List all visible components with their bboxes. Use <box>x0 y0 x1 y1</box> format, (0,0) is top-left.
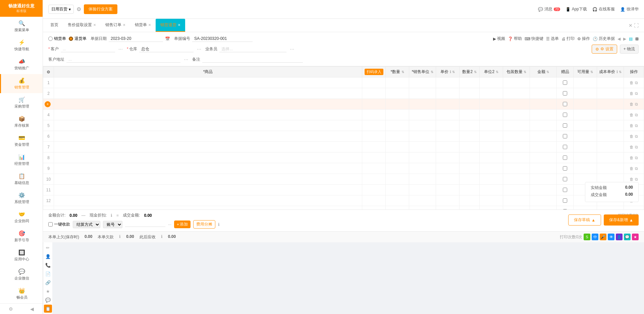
row-3-price[interactable] <box>436 99 460 110</box>
sidebar-item-newbie[interactable]: 🎯 新手引导 <box>0 227 43 246</box>
experience-button[interactable]: 体验行业方案 <box>84 4 117 14</box>
quickbar-phone-btn[interactable]: 📞 <box>44 261 52 269</box>
radio-sale-goods[interactable]: 销货单 <box>48 36 66 42</box>
nav-next-btn[interactable]: ▶ <box>623 37 626 41</box>
save-draft-btn[interactable]: 保存草稿 ▲ <box>568 214 601 226</box>
row-2-pkg[interactable] <box>503 88 530 99</box>
row-3-pkg[interactable] <box>503 99 530 110</box>
col-settings-icon[interactable]: ⚙ <box>47 70 50 74</box>
row-12-gift-cb[interactable] <box>563 198 567 203</box>
row-10-gift-cb[interactable] <box>563 177 567 181</box>
help-btn[interactable]: ❓ 帮助 <box>508 36 522 42</box>
row-6-gift-cb[interactable] <box>563 134 567 138</box>
sidebar-item-enterprise[interactable]: 🤝 企业协同 <box>0 208 43 227</box>
row-10-delete-btn[interactable]: 🗑 <box>630 177 634 182</box>
tab-sale-order-close[interactable]: ✕ <box>123 23 125 27</box>
row-1-pkg[interactable] <box>503 77 530 88</box>
quickbar-edit-btn[interactable]: ✏ <box>44 244 52 252</box>
industry-select[interactable]: 日用百货 ▾ <box>48 5 74 14</box>
logistics-btn[interactable]: + 物流 <box>620 45 639 54</box>
col-settings[interactable]: ⚙ <box>43 67 54 77</box>
row-1-qty2[interactable] <box>460 77 480 88</box>
row-1-price[interactable] <box>436 77 460 88</box>
price-info-icon[interactable]: ℹ <box>450 70 451 74</box>
row-11-gift-cb[interactable] <box>563 188 567 192</box>
row-3-cost[interactable] <box>597 99 624 110</box>
status-icon-chat[interactable]: 💬 <box>624 234 631 240</box>
row-7-gift-cb[interactable] <box>563 145 567 149</box>
staff-input[interactable] <box>219 46 286 52</box>
print-btn[interactable]: 🖨 打印 <box>561 36 575 42</box>
settings-config-btn[interactable]: ⚙ ⚙ 设置 <box>592 45 617 54</box>
row-1-cost[interactable] <box>597 77 624 88</box>
row-3-gift-cb[interactable] <box>563 102 567 106</box>
list-view-btn[interactable]: ▤ <box>629 37 633 41</box>
history-btn[interactable]: 🕐 历史单据 <box>593 36 615 42</box>
nav-prev-btn[interactable]: ◀ <box>618 37 621 41</box>
sidebar-item-finance[interactable]: 💳 资金管理 <box>0 131 43 150</box>
row-10-copy-btn[interactable]: ⧉ <box>635 177 638 182</box>
row-7-delete-btn[interactable]: 🗑 <box>630 145 634 149</box>
number-input[interactable] <box>192 36 253 42</box>
row-2-gift[interactable] <box>557 88 574 99</box>
row-6-copy-btn[interactable]: ⧉ <box>635 134 638 139</box>
status-icon-zh[interactable]: 中 <box>592 234 598 240</box>
row-1-qty[interactable] <box>386 77 409 88</box>
calendar-icon[interactable]: 📅 <box>165 37 170 41</box>
quickbar-star-btn[interactable]: ★ <box>44 287 52 295</box>
row-3-delete-btn[interactable]: 🗑 <box>630 102 634 107</box>
status-current-debt-info[interactable]: ℹ <box>119 234 121 240</box>
addr-dots-btn[interactable]: ··· <box>184 57 188 63</box>
unit-sort-icon[interactable]: ⇅ <box>431 70 433 74</box>
row-1-avail[interactable] <box>574 77 597 88</box>
operate-btn[interactable]: ⚙ 操作 <box>577 36 590 42</box>
row-2-product[interactable] <box>54 88 362 99</box>
sidebar-item-basic[interactable]: 📋 基础信息 <box>0 170 43 189</box>
cost-sort-icon[interactable]: ⇅ <box>619 70 622 74</box>
row-2-price[interactable] <box>436 88 460 99</box>
row-2-amount[interactable] <box>530 88 557 99</box>
shortcut-key-btn[interactable]: ⌨ 快捷键 <box>525 36 543 42</box>
select-order-btn[interactable]: ☰ 选单 <box>546 36 559 42</box>
status-icon-star[interactable]: ★ <box>632 234 639 240</box>
qty-sort-icon[interactable]: ⇅ <box>401 70 404 74</box>
row-1-delete-btn[interactable]: 🗑 <box>630 80 634 85</box>
row-3-qty2[interactable] <box>460 99 480 110</box>
row-5-delete-btn[interactable]: 🗑 <box>630 123 634 128</box>
topbar-settings-icon[interactable]: ⚙ <box>76 6 81 12</box>
row-3-unit[interactable] <box>409 99 436 110</box>
quickbar-active-btn[interactable]: 📋 <box>44 305 52 313</box>
row-9-copy-btn[interactable]: ⧉ <box>635 166 638 171</box>
sidebar-settings-btn[interactable]: ⚙ <box>9 306 13 312</box>
row-2-cost[interactable] <box>597 88 624 99</box>
row-2-qty2[interactable] <box>460 88 480 99</box>
discount-info-icon[interactable]: ℹ <box>111 213 112 218</box>
tab-sale-goods[interactable]: 销货单 ✕ <box>130 19 156 32</box>
video-btn[interactable]: ▶ 视频 <box>493 36 505 42</box>
tab-sale-return-close[interactable]: ✕ <box>178 23 180 27</box>
customer-input[interactable] <box>61 46 115 52</box>
quickbar-user-btn[interactable]: 👤 <box>44 252 52 260</box>
avail-sort-icon[interactable]: ⇅ <box>590 70 593 74</box>
status-icon-eye[interactable]: 👁 <box>608 234 614 240</box>
status-icon-s[interactable]: S <box>584 234 590 240</box>
remark-input[interactable] <box>202 56 303 63</box>
row-3-avail[interactable] <box>574 99 597 110</box>
row-3-product[interactable] <box>54 99 362 110</box>
cost-info-icon[interactable]: ℹ <box>616 70 618 74</box>
row-2-delete-btn[interactable]: 🗑 <box>630 91 634 96</box>
row-2-unit2[interactable] <box>480 88 503 99</box>
sidebar-item-shortcut[interactable]: ⚡ 快捷导航 <box>0 36 43 55</box>
sidebar-item-search[interactable]: 🔍 搜索菜单 <box>0 17 43 36</box>
staff-dots-btn[interactable]: ··· <box>290 46 294 52</box>
price-sort-icon[interactable]: ⇅ <box>452 70 455 74</box>
sidebar-item-inventory[interactable]: 📦 库存核算 <box>0 112 43 131</box>
tab-sale-goods-close[interactable]: ✕ <box>148 23 151 27</box>
row-1-gift[interactable] <box>557 77 574 88</box>
row-3-product-input[interactable] <box>55 102 361 107</box>
save-new-btn[interactable]: 保存&新增 ▲ <box>604 214 639 226</box>
row-4-copy-btn[interactable]: ⧉ <box>635 113 638 117</box>
row-1-copy-btn[interactable]: ⧉ <box>635 80 638 85</box>
row-2-copy-btn[interactable]: ⧉ <box>635 91 638 96</box>
message-btn[interactable]: 💬 消息 70 <box>538 6 560 12</box>
